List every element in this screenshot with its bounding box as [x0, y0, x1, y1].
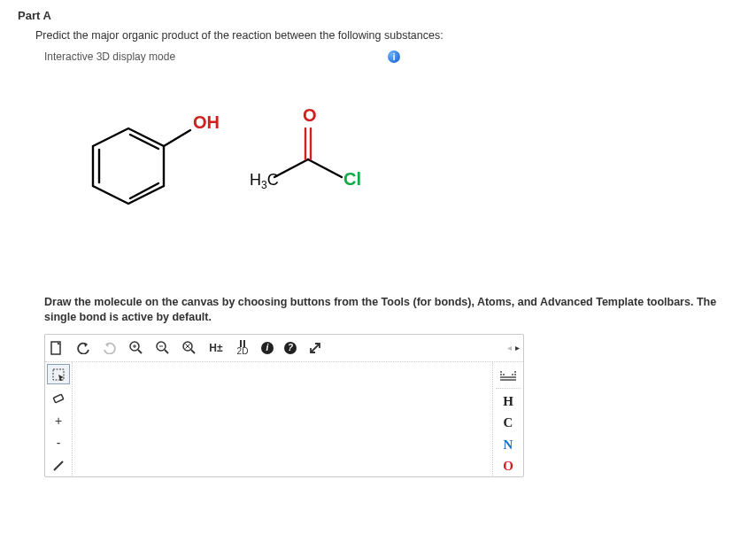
- charge-minus-tool[interactable]: -: [48, 434, 69, 453]
- help-button[interactable]: ?: [284, 342, 297, 354]
- zoom-in-icon[interactable]: [128, 340, 144, 356]
- svg-line-11: [138, 350, 142, 353]
- eraser-tool[interactable]: [48, 388, 69, 407]
- view-2d-button[interactable]: 2D: [235, 340, 251, 356]
- fullscreen-icon[interactable]: [307, 340, 323, 356]
- svg-marker-0: [93, 128, 164, 204]
- drawing-canvas[interactable]: [73, 362, 492, 476]
- undo-icon[interactable]: [75, 340, 91, 356]
- svg-rect-33: [500, 379, 516, 381]
- periodic-table-button[interactable]: [496, 367, 521, 386]
- svg-rect-28: [500, 374, 502, 375]
- display-mode-label: Interactive 3D display mode: [44, 50, 175, 63]
- svg-line-25: [54, 461, 63, 470]
- top-toolbar: H± 2D i ? ◂ ▸: [45, 335, 523, 362]
- zoom-reset-icon[interactable]: [181, 340, 197, 356]
- display-mode-row: Interactive 3D display mode i: [44, 50, 738, 63]
- nav-prev-icon[interactable]: ◂: [507, 343, 512, 352]
- left-toolbar: + -: [45, 362, 73, 476]
- atom-N-button[interactable]: N: [496, 436, 521, 453]
- info-icon[interactable]: i: [388, 50, 400, 63]
- label-H3C: H3C: [250, 171, 279, 191]
- zoom-out-icon[interactable]: [155, 340, 171, 356]
- label-Cl: Cl: [343, 169, 361, 189]
- svg-rect-26: [500, 371, 502, 373]
- svg-rect-31: [514, 374, 516, 375]
- reaction-structures: OH H3C O Cl: [44, 75, 738, 279]
- single-bond-tool[interactable]: [48, 456, 69, 476]
- svg-rect-24: [53, 394, 64, 403]
- nav-next-icon[interactable]: ▸: [515, 343, 520, 352]
- atom-H-button[interactable]: H: [496, 392, 521, 410]
- svg-line-4: [164, 130, 190, 146]
- svg-line-18: [191, 350, 195, 353]
- svg-line-5: [274, 159, 308, 177]
- atom-C-button[interactable]: C: [496, 414, 521, 432]
- hydrogen-toggle-button[interactable]: H±: [208, 340, 224, 356]
- svg-rect-32: [500, 376, 516, 378]
- marquee-tool[interactable]: [47, 364, 70, 385]
- editor-instruction: Draw the molecule on the canvas by choos…: [44, 295, 738, 325]
- right-toolbar: H C N O: [492, 362, 523, 476]
- redo-icon[interactable]: [102, 340, 118, 356]
- part-title: Part A: [18, 9, 738, 22]
- atom-O-button[interactable]: O: [496, 457, 521, 475]
- svg-line-15: [165, 350, 168, 353]
- label-OH: OH: [193, 112, 220, 132]
- svg-rect-30: [512, 374, 513, 375]
- svg-rect-29: [503, 374, 505, 375]
- label-O: O: [303, 105, 317, 125]
- svg-line-6: [308, 159, 342, 177]
- new-doc-icon[interactable]: [49, 340, 65, 356]
- svg-rect-27: [514, 371, 516, 373]
- charge-plus-tool[interactable]: +: [48, 411, 69, 430]
- info-button[interactable]: i: [261, 342, 274, 354]
- molecule-editor: H± 2D i ? ◂ ▸ + -: [44, 334, 524, 477]
- question-text: Predict the major organic product of the…: [35, 29, 738, 42]
